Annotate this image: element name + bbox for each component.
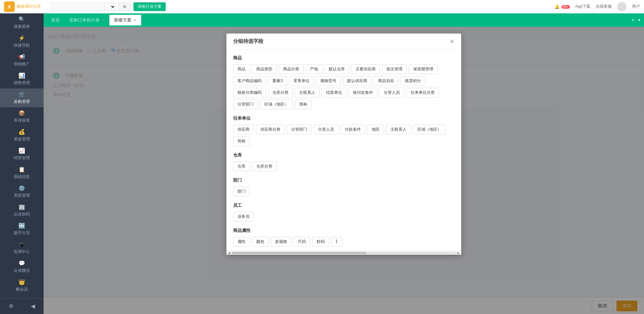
field-tag[interactable]: 商品分类: [279, 64, 304, 74]
field-tag[interactable]: 拣货积分: [400, 76, 425, 86]
purchase-icon: 🛒: [18, 91, 25, 98]
tab-home[interactable]: 首页: [46, 15, 64, 25]
sidebar-item-purchase[interactable]: 🛒 采购管理: [0, 88, 44, 107]
field-tag[interactable]: 分管部门: [233, 100, 258, 109]
field-tag[interactable]: 保质期管理: [409, 64, 438, 74]
field-tag[interactable]: 付款条件: [340, 125, 365, 134]
field-tag[interactable]: 默认供应商: [343, 76, 372, 86]
sidebar-item-inventory[interactable]: 📦 库存核算: [0, 107, 44, 126]
field-tag[interactable]: 主要供应商: [351, 64, 380, 74]
sidebar-item-marketing[interactable]: 📢 营销推广: [0, 51, 44, 70]
sidebar-item-quick-nav[interactable]: ⚡ 快捷导航: [0, 32, 44, 51]
search-dropdown[interactable]: [105, 2, 116, 11]
field-tag[interactable]: 仓库分类: [268, 88, 293, 98]
field-tag[interactable]: 颜色: [252, 237, 269, 247]
modal-body[interactable]: 商品 商品 商品类型 商品分类 产地 默认仓库 主要供应商 批次管理 保质期管理…: [226, 50, 461, 251]
field-tag[interactable]: 商品类型: [252, 64, 277, 74]
tab-close-new-plan[interactable]: ✕: [133, 18, 137, 22]
notification-area[interactable]: 🔔 99+: [554, 4, 570, 9]
basic-icon: 📋: [18, 166, 25, 173]
field-tag[interactable]: 分管部门: [287, 125, 312, 134]
sidebar-item-member[interactable]: 👑 畅会员: [0, 276, 44, 295]
warehouse-fields-grid: 仓库 仓库分类: [233, 162, 454, 171]
field-tag[interactable]: 主联系人: [386, 125, 411, 134]
field-tag[interactable]: 供应商分类: [256, 125, 285, 134]
tab-menu-btn[interactable]: ▼: [637, 18, 641, 22]
tabs-bar: 首页 采购订单执行表 ✕ 新建方案 ✕ ✕ ▼: [44, 13, 644, 27]
collapse-btn[interactable]: ◀: [31, 303, 35, 309]
field-tag[interactable]: 区域（地区）: [413, 125, 446, 134]
hscroll-right-arrow[interactable]: ▶: [457, 251, 460, 255]
header-right: 🔔 99+ App下载 在线客服 用户: [554, 2, 640, 11]
field-tag[interactable]: 尺码: [293, 237, 310, 247]
tab-close-purchase[interactable]: ✕: [102, 18, 105, 22]
app-download[interactable]: App下载: [575, 4, 590, 9]
section-product-attr-title: 商品属性: [233, 228, 454, 234]
field-tag[interactable]: 税收分类编码: [233, 88, 266, 98]
modal-hscroll[interactable]: ◀ ▶: [226, 251, 461, 255]
field-selection-modal: 分组待选字段 ✕ 商品 商品 商品类型 商品分类 产地 默认仓库 主要供应商 批…: [226, 34, 461, 255]
sidebar-item-system[interactable]: ⚙️ 系统管理: [0, 182, 44, 201]
field-tag[interactable]: 分管人员: [314, 125, 338, 134]
sidebar-label-system: 系统管理: [14, 193, 30, 198]
field-tag[interactable]: 部门: [233, 187, 250, 196]
app-logo: 6: [4, 1, 15, 12]
trial-button[interactable]: 体验行业方案: [133, 2, 166, 11]
field-tag[interactable]: 分管人员: [379, 88, 404, 98]
field-tag[interactable]: 仓库分类: [252, 162, 277, 171]
online-service[interactable]: 在线客服: [596, 4, 612, 9]
field-tag[interactable]: 商品别名: [374, 76, 398, 86]
field-tag[interactable]: 仓库: [233, 162, 250, 171]
sidebar-item-sales[interactable]: 📊 销售管理: [0, 70, 44, 88]
field-tag[interactable]: 客户商品编码: [233, 76, 266, 86]
section-partner-title: 往来单位: [233, 115, 454, 121]
member-icon: 👑: [18, 279, 25, 285]
field-tag[interactable]: 默认仓库: [324, 64, 349, 74]
field-tag[interactable]: 规格型号: [316, 76, 341, 86]
sidebar-item-search[interactable]: 🔍 搜索菜单: [0, 13, 44, 32]
field-tag[interactable]: 往来单位分类: [406, 88, 439, 98]
apps-icon: 📱: [18, 241, 25, 248]
sidebar-label-marketing: 营销推广: [14, 61, 30, 67]
search-area: ⚙ 体验行业方案: [51, 2, 166, 11]
hscroll-left-arrow[interactable]: ◀: [228, 251, 230, 255]
field-tag[interactable]: 产地: [306, 64, 322, 74]
field-tag[interactable]: 属性: [233, 237, 250, 247]
sidebar-item-finance[interactable]: 💰 资金管理: [0, 126, 44, 145]
field-tag[interactable]: 地区: [367, 125, 384, 134]
tab-purchase-order[interactable]: 采购订单执行表 ✕: [64, 15, 109, 25]
field-tag[interactable]: 零售单位: [289, 76, 314, 86]
field-tag[interactable]: 商品: [233, 64, 250, 74]
sidebar-item-apps[interactable]: 📱 应用中心: [0, 239, 44, 257]
section-warehouse: 仓库 仓库 仓库分类: [233, 152, 454, 171]
modal-close-button[interactable]: ✕: [449, 39, 454, 45]
tab-new-plan[interactable]: 新建方案 ✕: [109, 15, 141, 25]
field-tag[interactable]: 批次管理: [382, 64, 407, 74]
search-input[interactable]: [51, 2, 105, 11]
sidebar-item-company[interactable]: 🏢 企业协同: [0, 201, 44, 220]
goods-fields-grid: 商品 商品类型 商品分类 产地 默认仓库 主要供应商 批次管理 保质期管理 客户…: [233, 64, 454, 109]
field-tag[interactable]: 区域（地区）: [260, 100, 293, 109]
gear-button[interactable]: ⚙: [118, 2, 131, 11]
sidebar-label-finance: 资金管理: [14, 136, 30, 142]
tab-close-all[interactable]: ✕: [631, 18, 635, 22]
field-tag[interactable]: 收付款条件: [348, 88, 377, 98]
user-avatar[interactable]: [617, 2, 627, 11]
field-tag[interactable]: 鞋码: [312, 237, 329, 247]
field-tag[interactable]: 供应商: [233, 125, 254, 134]
field-tag[interactable]: 简称: [295, 100, 312, 109]
section-partner: 往来单位 供应商 供应商分类 分管部门 分管人员 付款条件 地区 主联系人 区域…: [233, 115, 454, 146]
field-tag[interactable]: 简称: [233, 136, 250, 146]
field-tag[interactable]: 业务员: [233, 212, 254, 222]
field-tag[interactable]: 1: [331, 237, 342, 247]
field-tag[interactable]: 重量3: [268, 76, 287, 86]
sidebar-item-basic[interactable]: 📋 基础信息: [0, 164, 44, 182]
field-tag[interactable]: 主联系人: [295, 88, 320, 98]
sidebar-item-operations[interactable]: 📈 经营管理: [0, 145, 44, 164]
field-tag[interactable]: 多规格: [271, 237, 291, 247]
settings-bottom-btn[interactable]: ⚙: [9, 303, 13, 309]
sidebar-item-wechat[interactable]: 💬 企业微信: [0, 257, 44, 276]
sidebar-item-guide[interactable]: 🆕 新手引导: [0, 220, 44, 239]
section-employee-title: 员工: [233, 202, 454, 208]
field-tag[interactable]: 结算单位: [322, 88, 346, 98]
